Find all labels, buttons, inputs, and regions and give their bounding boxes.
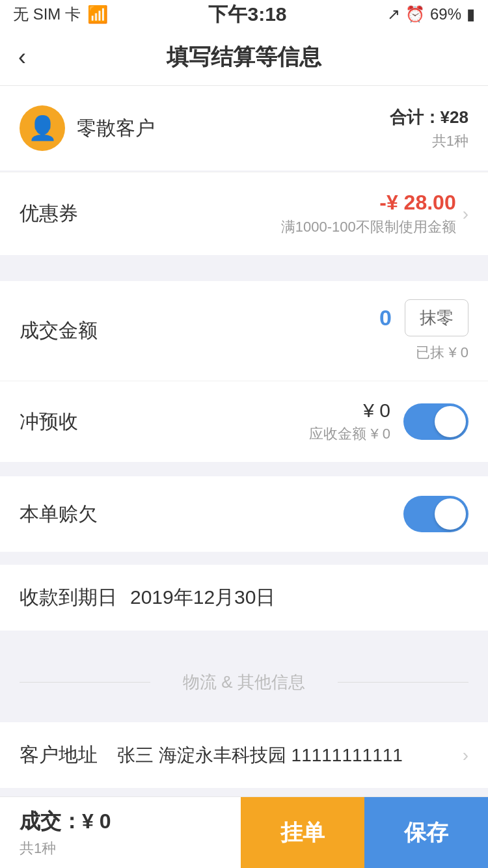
page-title: 填写结算等信息 — [167, 42, 321, 72]
customer-name: 零散客户 — [77, 115, 155, 142]
deal-amount-section: 成交金额 0 抹零 已抹 ¥ 0 冲预收 ¥ 0 应收金额 ¥ 0 — [0, 281, 488, 462]
credit-section: 本单赊欠 — [0, 476, 488, 552]
toggle-knob — [435, 406, 466, 437]
logistics-section: 物流 & 其他信息 — [0, 657, 488, 708]
coupon-section[interactable]: 优惠券 -¥ 28.00 满1000-100不限制使用金额 › — [0, 172, 488, 255]
customer-section: 👤 零散客户 合计：¥28 共1种 — [0, 86, 488, 170]
advance-toggle[interactable] — [403, 403, 468, 440]
section-divider-2 — [0, 463, 488, 476]
due-date-section: 收款到期日 2019年12月30日 — [0, 565, 488, 631]
location-icon: ↗ — [387, 5, 400, 23]
deal-amount-value: 0 — [379, 305, 392, 331]
status-time: 下午3:18 — [208, 1, 286, 28]
back-button[interactable]: ‹ — [18, 44, 26, 71]
coupon-right: -¥ 28.00 满1000-100不限制使用金额 › — [281, 191, 468, 237]
deal-amount-controls: 0 抹零 — [379, 299, 468, 336]
due-date-label: 收款到期日 — [20, 584, 117, 611]
nav-bar: ‹ 填写结算等信息 — [0, 29, 488, 86]
round-off-button[interactable]: 抹零 — [405, 299, 468, 336]
avatar-icon: 👤 — [28, 115, 57, 142]
section-divider-3 — [0, 644, 488, 657]
advance-main-amount: ¥ 0 — [309, 400, 390, 422]
item-count: 共1种 — [390, 131, 468, 151]
section-divider-1 — [0, 268, 488, 281]
battery-icon: ▮ — [467, 5, 475, 23]
bottom-bar: 成交：¥ 0 共1种 挂单 保存 — [0, 796, 488, 868]
save-button[interactable]: 保存 — [364, 797, 488, 869]
chevron-right-icon: › — [463, 204, 468, 224]
deal-amount-row: 成交金额 0 抹零 已抹 ¥ 0 — [0, 281, 488, 381]
battery-level: 69% — [430, 5, 461, 23]
address-chevron-icon: › — [463, 745, 468, 766]
bottom-left: 成交：¥ 0 共1种 — [0, 807, 241, 858]
status-right: ↗ ⏰ 69% ▮ — [387, 5, 475, 23]
address-label: 客户地址 — [20, 742, 98, 768]
address-value: 张三 海淀永丰科技园 11111111111 — [117, 743, 463, 768]
customer-avatar: 👤 — [20, 105, 65, 151]
customer-left: 👤 零散客户 — [20, 105, 155, 151]
logistics-label: 物流 & 其他信息 — [183, 671, 305, 694]
bottom-deal-amount: 成交：¥ 0 — [20, 807, 221, 836]
status-bar: 无 SIM 卡 📶 下午3:18 ↗ ⏰ 69% ▮ — [0, 0, 488, 29]
coupon-amount: -¥ 28.00 — [281, 191, 456, 215]
status-left: 无 SIM 卡 📶 — [13, 4, 108, 25]
hang-order-button[interactable]: 挂单 — [241, 797, 364, 869]
coupon-description: 满1000-100不限制使用金额 — [281, 217, 456, 237]
due-date-value: 2019年12月30日 — [130, 584, 275, 611]
sim-status: 无 SIM 卡 — [13, 4, 81, 25]
advance-sub-amount: 应收金额 ¥ 0 — [309, 424, 390, 444]
advance-label: 冲预收 — [20, 409, 78, 435]
bottom-item-count: 共1种 — [20, 839, 221, 858]
logistics-line-left — [20, 682, 150, 683]
advance-amounts: ¥ 0 应收金额 ¥ 0 — [309, 400, 390, 444]
coupon-label: 优惠券 — [20, 200, 78, 227]
section-divider-4 — [0, 709, 488, 722]
deal-amount-sub: 已抹 ¥ 0 — [416, 343, 468, 362]
advance-row: 冲预收 ¥ 0 应收金额 ¥ 0 — [0, 381, 488, 462]
alarm-icon: ⏰ — [405, 5, 425, 23]
customer-right: 合计：¥28 共1种 — [390, 106, 468, 151]
deal-amount-right: 0 抹零 已抹 ¥ 0 — [379, 299, 468, 362]
deal-amount-label: 成交金额 — [20, 318, 98, 344]
coupon-info: -¥ 28.00 满1000-100不限制使用金额 — [281, 191, 456, 237]
due-date-row: 收款到期日 2019年12月30日 — [20, 584, 468, 611]
wifi-icon: 📶 — [87, 5, 108, 25]
total-amount: 合计：¥28 — [390, 106, 468, 129]
advance-right: ¥ 0 应收金额 ¥ 0 — [309, 400, 468, 444]
credit-toggle[interactable] — [403, 496, 468, 532]
address-section[interactable]: 客户地址 张三 海淀永丰科技园 11111111111 › — [0, 722, 488, 788]
logistics-line-right — [338, 682, 468, 683]
credit-toggle-knob — [435, 498, 466, 530]
credit-label: 本单赊欠 — [20, 501, 98, 528]
